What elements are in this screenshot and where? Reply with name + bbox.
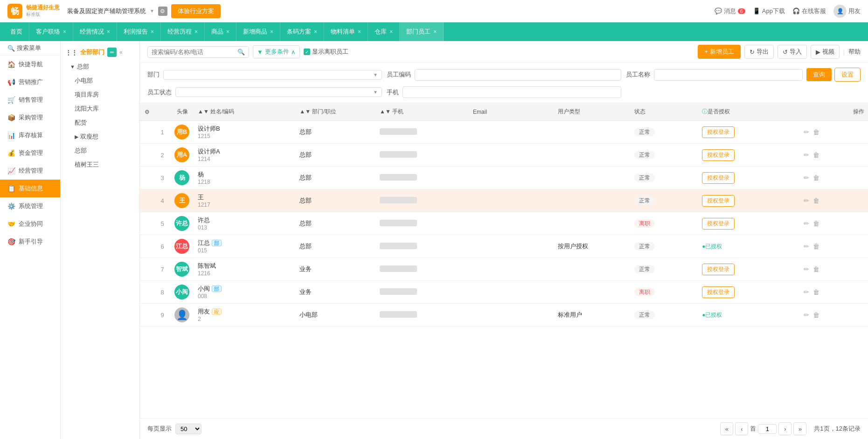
tab-profit[interactable]: 利润报告 ×	[117, 22, 161, 41]
auth-grant-button[interactable]: 授权登录	[702, 195, 735, 207]
edit-icon[interactable]: ✏	[804, 197, 809, 204]
tab-goods[interactable]: 商品 ×	[205, 22, 236, 41]
page-input[interactable]	[758, 424, 777, 434]
prev-page-btn[interactable]: ‹	[735, 422, 748, 435]
auth-grant-button[interactable]: 授权登录	[702, 218, 735, 230]
delete-icon[interactable]: 🗑	[813, 220, 819, 227]
next-page-btn[interactable]: ›	[778, 422, 792, 435]
auth-grant-button[interactable]: 授权登录	[702, 126, 735, 138]
trial-button[interactable]: 体验行业方案	[171, 4, 221, 18]
per-page-select[interactable]: 50 20 100	[175, 424, 201, 434]
system-dropdown-arrow[interactable]: ▼	[150, 8, 154, 14]
tab-close-history[interactable]: ×	[194, 28, 198, 35]
tab-close-operation[interactable]: ×	[107, 28, 110, 35]
sidebar-item-operations[interactable]: 📈 经营管理	[0, 162, 60, 180]
sidebar-item-sales[interactable]: 🛒 销售管理	[0, 91, 60, 109]
edit-icon[interactable]: ✏	[804, 265, 809, 273]
delete-icon[interactable]: 🗑	[813, 174, 819, 181]
tab-close-goods[interactable]: ×	[226, 28, 229, 35]
tab-close-dept-staff[interactable]: ×	[433, 28, 437, 35]
delete-icon[interactable]: 🗑	[813, 265, 819, 273]
auth-grant-button[interactable]: 授权登录	[702, 149, 735, 161]
help-label[interactable]: 帮助	[848, 48, 861, 56]
dept-item-small-electric[interactable]: 小电部	[61, 74, 139, 88]
dept-item-plant-king[interactable]: 植树王三	[61, 158, 139, 172]
col-header-settings[interactable]: ⚙	[140, 103, 154, 121]
tab-close-warehouse[interactable]: ×	[389, 28, 393, 35]
sidebar-item-inventory[interactable]: 📊 库存核算	[0, 126, 60, 144]
all-dept-label[interactable]: 全部部门	[80, 48, 104, 56]
tab-close-barcode[interactable]: ×	[314, 28, 317, 35]
tab-close-customer[interactable]: ×	[63, 28, 66, 35]
tab-operation[interactable]: 经营情况 ×	[73, 22, 117, 41]
tab-warehouse[interactable]: 仓库 ×	[368, 22, 400, 41]
sidebar-item-quick-nav[interactable]: 🏠 快捷导航	[0, 56, 60, 73]
edit-icon[interactable]: ✏	[804, 288, 809, 296]
tab-home[interactable]: 首页	[4, 22, 29, 41]
tab-new-goods[interactable]: 新增商品 ×	[236, 22, 280, 41]
show-resigned-checkbox[interactable]: ✓	[304, 49, 310, 55]
auth-grant-button[interactable]: 授权登录	[702, 286, 735, 298]
add-employee-button[interactable]: + 新增员工	[698, 45, 740, 59]
filter-emp-name-input[interactable]	[654, 69, 803, 81]
tab-close-material[interactable]: ×	[358, 28, 361, 35]
tab-close-profit[interactable]: ×	[151, 28, 154, 35]
dept-item-headquarters[interactable]: ▼ 总部	[61, 60, 139, 74]
more-filters-btn[interactable]: ▼ 更多条件 ∧	[253, 45, 300, 58]
edit-icon[interactable]: ✏	[804, 174, 809, 181]
search-input[interactable]	[152, 49, 236, 56]
dept-item-hq-main[interactable]: 总部	[61, 144, 139, 158]
sidebar-item-purchase[interactable]: 📦 采购管理	[0, 109, 60, 126]
view-button[interactable]: ▶ 视频	[811, 45, 840, 59]
sidebar-search-area[interactable]: 🔍 搜索菜单	[0, 41, 60, 56]
sidebar-item-basic-info[interactable]: 📋 基础信息	[0, 180, 60, 197]
last-page-btn[interactable]: »	[793, 422, 806, 435]
delete-icon[interactable]: 🗑	[813, 197, 819, 204]
online-service-action[interactable]: 🎧 在线客服	[792, 7, 826, 15]
edit-icon[interactable]: ✏	[804, 243, 809, 250]
delete-icon[interactable]: 🗑	[813, 288, 819, 296]
sidebar-item-marketing[interactable]: 📢 营销推广	[0, 73, 60, 91]
filter-emp-status-select[interactable]: ▼	[175, 87, 382, 97]
message-action[interactable]: 💬 消息 6	[715, 7, 745, 15]
auth-grant-button[interactable]: 授权登录	[702, 264, 735, 275]
settings-icon[interactable]: ⚙	[158, 7, 167, 16]
app-download-action[interactable]: 📱 App下载	[753, 7, 785, 15]
tab-close-new-goods[interactable]: ×	[270, 28, 273, 35]
edit-icon[interactable]: ✏	[804, 220, 809, 227]
col-header-name[interactable]: ▲▼ 姓名/编码	[194, 103, 296, 121]
first-page-btn[interactable]: «	[720, 422, 733, 435]
auth-grant-button[interactable]: 授权登录	[702, 172, 735, 184]
sidebar-item-enterprise[interactable]: 🤝 企业协同	[0, 215, 60, 233]
edit-icon[interactable]: ✏	[804, 128, 809, 136]
col-header-dept[interactable]: ▲▼ 部门/职位	[296, 103, 376, 121]
filter-phone-input[interactable]	[403, 86, 621, 98]
tab-barcode[interactable]: 条码方案 ×	[280, 22, 324, 41]
delete-icon[interactable]: 🗑	[813, 311, 819, 319]
tab-history[interactable]: 经营历程 ×	[161, 22, 205, 41]
tab-dept-staff[interactable]: 部门员工 ×	[400, 22, 444, 41]
dept-item-project-room[interactable]: 项目库房	[61, 88, 139, 102]
delete-icon[interactable]: 🗑	[813, 151, 819, 159]
user-action[interactable]: 👤 用友	[833, 5, 861, 18]
dept-item-distribution[interactable]: 配货	[61, 116, 139, 130]
delete-icon[interactable]: 🗑	[813, 243, 819, 250]
query-button[interactable]: 查询	[806, 68, 832, 81]
sidebar-item-system[interactable]: ⚙️ 系统管理	[0, 197, 60, 215]
delete-icon[interactable]: 🗑	[813, 128, 819, 136]
import-button[interactable]: ↺ 导入	[778, 45, 807, 59]
tab-customer[interactable]: 客户联络 ×	[29, 22, 73, 41]
sidebar-item-guide[interactable]: 🎯 新手引导	[0, 233, 60, 251]
filter-dept-select[interactable]: ▼	[163, 70, 382, 80]
dept-item-shenyang[interactable]: 沈阳大库	[61, 102, 139, 116]
edit-icon[interactable]: ✏	[804, 311, 809, 319]
edit-icon[interactable]: ✏	[804, 151, 809, 159]
dept-item-double-dream[interactable]: ▶ 双瘦想	[61, 130, 139, 144]
dept-edit-icon[interactable]: ✏	[107, 48, 117, 57]
col-header-phone[interactable]: ▲▼ 手机	[376, 103, 469, 121]
sidebar-item-finance[interactable]: 💰 资金管理	[0, 144, 60, 162]
set-button[interactable]: 设置	[834, 68, 861, 82]
dept-collapse-icon[interactable]: «	[119, 49, 123, 56]
filter-emp-code-input[interactable]	[415, 69, 621, 81]
tab-material[interactable]: 物料清单 ×	[324, 22, 368, 41]
